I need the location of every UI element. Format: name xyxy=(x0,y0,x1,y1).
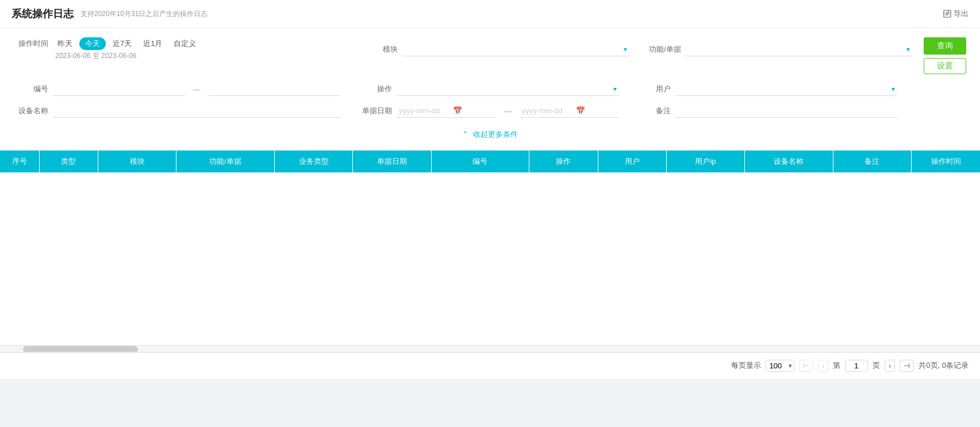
first-page-btn[interactable]: ⊢ xyxy=(799,360,813,372)
filter-func: 功能/单据 ▾ xyxy=(647,43,912,56)
collapse-bar[interactable]: ⌃ 收起更多条件 xyxy=(14,126,966,145)
last7-btn[interactable]: 近7天 xyxy=(108,37,136,50)
table-container: 序号 类型 模块 功能/单据 业务类型 单据日期 编号 操作 用户 用户ip 设… xyxy=(0,151,980,345)
action-buttons: 查询 设置 xyxy=(924,37,966,74)
filter-device-name: 设备名称 xyxy=(14,104,340,118)
remark-input[interactable] xyxy=(675,104,897,118)
page-size-wrapper: 100 10 20 50 200 ▾ xyxy=(766,360,794,372)
scrollbar-track[interactable] xyxy=(0,345,980,352)
device-name-input[interactable] xyxy=(53,104,340,118)
page-header: 系统操作日志 支持2020年10月31日之后产生的操作日志 导出 xyxy=(0,0,980,28)
time-filter-row: 操作时间 昨天 今天 近7天 近1月 自定义 xyxy=(14,37,201,50)
next-page-btn[interactable]: › xyxy=(885,360,895,372)
th-date: 单据日期 xyxy=(353,151,431,172)
last-page-btn[interactable]: ⊣ xyxy=(900,360,914,372)
filter-module: 模块 ▾ xyxy=(363,43,629,56)
number-label: 编号 xyxy=(14,84,48,94)
export-label: 导出 xyxy=(954,9,969,19)
number-input-end[interactable] xyxy=(209,82,341,96)
export-button[interactable]: 导出 xyxy=(943,9,969,19)
operation-label: 操作 xyxy=(358,84,392,94)
page-title: 系统操作日志 xyxy=(11,7,74,21)
filter-row-1: 操作时间 昨天 今天 近7天 近1月 自定义 2023-06-06 至 2023… xyxy=(14,37,966,74)
voucher-date-label: 单据日期 xyxy=(358,106,392,116)
export-icon xyxy=(943,10,951,18)
filter-voucher-date: 单据日期 📅 — 📅 xyxy=(358,104,618,118)
table-header-row: 序号 类型 模块 功能/单据 业务类型 单据日期 编号 操作 用户 用户ip 设… xyxy=(0,151,980,172)
empty-row xyxy=(0,172,980,345)
header-left: 系统操作日志 支持2020年10月31日之后产生的操作日志 xyxy=(11,7,207,21)
th-num: 编号 xyxy=(431,151,529,172)
page-label: 第 xyxy=(833,360,840,371)
operation-select[interactable] xyxy=(397,82,618,96)
custom-btn[interactable]: 自定义 xyxy=(169,37,201,50)
last1month-btn[interactable]: 近1月 xyxy=(139,37,167,50)
operation-select-wrapper: ▾ xyxy=(397,82,618,96)
time-buttons: 昨天 今天 近7天 近1月 自定义 xyxy=(53,37,201,50)
empty-area xyxy=(0,172,980,345)
th-device: 设备名称 xyxy=(745,151,833,172)
voucher-date-start[interactable] xyxy=(399,106,451,115)
today-btn[interactable]: 今天 xyxy=(79,37,106,50)
collapse-chevron-icon: ⌃ xyxy=(462,130,468,139)
th-optime: 操作时间 xyxy=(912,151,980,172)
prev-page-btn[interactable]: ‹ xyxy=(818,360,828,372)
filter-operation-time: 操作时间 昨天 今天 近7天 近1月 自定义 2023-06-06 至 2023… xyxy=(14,37,346,61)
date-range-display: 2023-06-06 至 2023-06-06 xyxy=(14,51,136,61)
module-select[interactable] xyxy=(402,43,629,56)
date-input-start-wrapper: 📅 xyxy=(397,104,496,118)
calendar-start-icon[interactable]: 📅 xyxy=(453,106,462,115)
filter-user: 用户 ▾ xyxy=(636,82,897,96)
th-remark: 备注 xyxy=(833,151,911,172)
func-label: 功能/单据 xyxy=(647,44,681,55)
device-name-label: 设备名称 xyxy=(14,106,48,116)
settings-button[interactable]: 设置 xyxy=(924,58,966,74)
per-page-label: 每页显示 xyxy=(731,360,761,371)
th-user: 用户 xyxy=(598,151,666,172)
th-func: 功能/单据 xyxy=(176,151,275,172)
user-select[interactable] xyxy=(675,82,897,96)
page-suffix: 页 xyxy=(873,360,880,371)
filter-main: 操作时间 昨天 今天 近7天 近1月 自定义 2023-06-06 至 2023… xyxy=(14,37,912,61)
th-op: 操作 xyxy=(529,151,598,172)
pagination-bar: 每页显示 100 10 20 50 200 ▾ ⊢ ‹ 第 页 › ⊣ 共0页,… xyxy=(0,352,980,379)
remark-label: 备注 xyxy=(636,106,671,116)
date-range-text: 2023-06-06 至 2023-06-06 xyxy=(55,52,136,60)
calendar-end-icon[interactable]: 📅 xyxy=(576,106,585,115)
voucher-date-end[interactable] xyxy=(522,106,574,115)
th-module: 模块 xyxy=(98,151,176,172)
user-select-wrapper: ▾ xyxy=(675,82,897,96)
filter-row-2: 编号 — 操作 ▾ 用户 ▾ xyxy=(14,82,966,96)
table-header: 序号 类型 模块 功能/单据 业务类型 单据日期 编号 操作 用户 用户ip 设… xyxy=(0,151,980,172)
module-label: 模块 xyxy=(363,44,398,55)
number-dash: — xyxy=(190,85,204,94)
data-table: 序号 类型 模块 功能/单据 业务类型 单据日期 编号 操作 用户 用户ip 设… xyxy=(0,151,980,345)
func-select-wrapper: ▾ xyxy=(686,43,912,56)
date-input-end-wrapper: 📅 xyxy=(520,104,619,118)
filter-panel: 操作时间 昨天 今天 近7天 近1月 自定义 2023-06-06 至 2023… xyxy=(0,28,980,151)
table-body xyxy=(0,172,980,345)
date-dash: — xyxy=(501,107,515,116)
yesterday-btn[interactable]: 昨天 xyxy=(53,37,77,50)
th-type: 类型 xyxy=(39,151,98,172)
page-subtitle: 支持2020年10月31日之后产生的操作日志 xyxy=(80,9,207,19)
page-size-select[interactable]: 100 10 20 50 200 xyxy=(766,360,794,372)
total-label: 共0页, 0条记录 xyxy=(918,360,969,371)
filter-operation: 操作 ▾ xyxy=(358,82,618,96)
query-button[interactable]: 查询 xyxy=(924,37,966,55)
operation-time-label: 操作时间 xyxy=(14,39,48,49)
th-biz: 业务类型 xyxy=(274,151,352,172)
module-select-wrapper: ▾ xyxy=(402,43,629,56)
filter-remark: 备注 xyxy=(636,104,897,118)
scrollbar-thumb[interactable] xyxy=(23,346,138,352)
page-number-input[interactable] xyxy=(845,360,868,372)
th-seq: 序号 xyxy=(0,151,39,172)
number-input-start[interactable] xyxy=(53,82,185,96)
user-label: 用户 xyxy=(636,84,671,94)
th-ip: 用户ip xyxy=(666,151,744,172)
filter-row-3: 设备名称 单据日期 📅 — 📅 备注 xyxy=(14,104,966,118)
collapse-label: 收起更多条件 xyxy=(473,130,518,139)
func-select[interactable] xyxy=(686,43,912,56)
filter-number: 编号 — xyxy=(14,82,340,96)
